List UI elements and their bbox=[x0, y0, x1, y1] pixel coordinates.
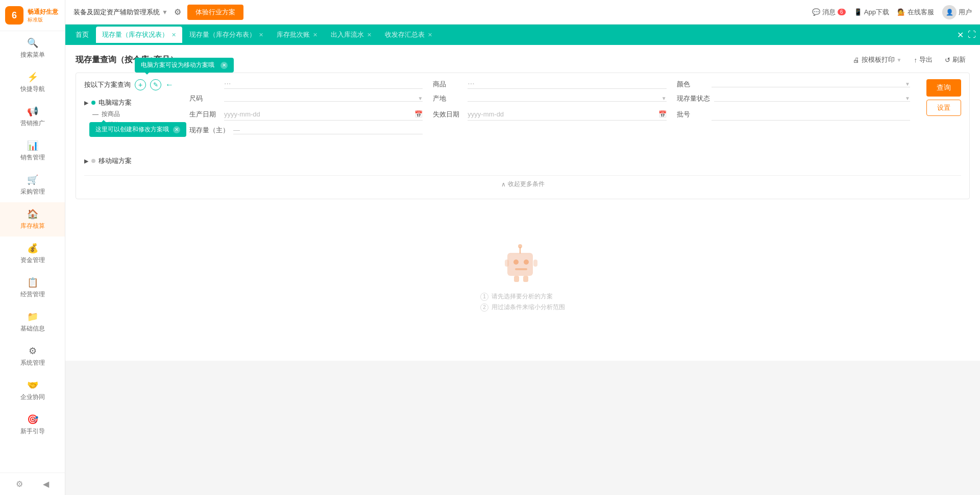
settings-bottom-icon[interactable]: ⚙ bbox=[16, 479, 23, 489]
tab-close-all-icon[interactable]: ✕ bbox=[957, 30, 964, 40]
sidebar-item-finance[interactable]: 💰 资金管理 bbox=[0, 237, 65, 271]
inv-status-wrapper[interactable]: ▼ bbox=[714, 96, 910, 102]
search-icon: 🔍 bbox=[27, 37, 38, 49]
sidebar-item-inventory[interactable]: 🏠 库存核算 bbox=[0, 202, 65, 237]
field-prod-date: 生产日期 📅 bbox=[189, 108, 423, 121]
close-tab-icon[interactable]: ✕ bbox=[428, 32, 432, 38]
filter-section: 按以下方案查询 + 电脑方案可设为移动方案哦 ✕ ✎ ← bbox=[76, 73, 970, 199]
tab-summary[interactable]: 收发存汇总表 ✕ bbox=[379, 27, 438, 43]
prod-date-input[interactable] bbox=[224, 108, 412, 120]
hint-text-2: 用过滤条件来缩小分析范围 bbox=[492, 303, 565, 312]
sidebar-item-system[interactable]: ⚙ 系统管理 bbox=[0, 339, 65, 373]
export-button[interactable]: ↑ 导出 bbox=[910, 53, 937, 66]
color-input-wrapper[interactable]: ▼ bbox=[712, 81, 910, 87]
edit-scheme-button[interactable]: ✎ bbox=[150, 79, 161, 90]
message-badge: 6 bbox=[838, 9, 846, 15]
pc-scheme-item[interactable]: ▶ 电脑端方案 bbox=[84, 97, 181, 109]
warehouse-input-wrapper[interactable]: ··· bbox=[224, 79, 423, 89]
filter-right: ··· 商品 ··· bbox=[189, 79, 910, 135]
close-tab-icon[interactable]: ✕ bbox=[172, 32, 176, 38]
prod-date-wrapper[interactable]: 📅 bbox=[224, 108, 423, 121]
main-area: 装备及固定资产辅助管理系统 ▼ ⚙ 体验行业方案 💬 消息 6 📱 App下载 … bbox=[65, 0, 980, 495]
field-goods: 商品 ··· bbox=[433, 79, 666, 89]
origin-label: 产地 bbox=[433, 94, 463, 103]
message-icon: 💬 bbox=[812, 8, 820, 16]
field-inv-status: 现存量状态 ▼ bbox=[677, 94, 910, 103]
sidebar-item-guide[interactable]: 🎯 新手引导 bbox=[0, 408, 65, 442]
user-button[interactable]: 👤 用户 bbox=[942, 5, 972, 19]
color-dropdown-icon: ▼ bbox=[905, 81, 910, 87]
svg-rect-6 bbox=[533, 260, 537, 267]
empty-hint-2: 2 用过滤条件来缩小分析范围 bbox=[480, 303, 565, 312]
reset-button[interactable]: 设置 bbox=[926, 100, 961, 116]
tooltip-close-icon[interactable]: ✕ bbox=[220, 62, 228, 69]
goods-input-wrapper[interactable]: ··· bbox=[468, 79, 666, 89]
scheme-tree: ▶ 电脑端方案 — 按商品 — bbox=[84, 97, 181, 167]
sidebar-item-label: 搜索菜单 bbox=[20, 51, 45, 59]
collapse-sidebar-icon[interactable]: ◀ bbox=[43, 479, 49, 489]
sidebar-item-collab[interactable]: 🤝 企业协同 bbox=[0, 373, 65, 408]
exp-date-input[interactable] bbox=[468, 108, 656, 120]
trial-button[interactable]: 体验行业方案 bbox=[187, 5, 243, 20]
purchase-icon: 🛒 bbox=[27, 174, 38, 185]
exp-date-calendar-icon[interactable]: 📅 bbox=[658, 110, 667, 118]
sidebar-item-basic[interactable]: 📁 基础信息 bbox=[0, 305, 65, 339]
tooltip2-close[interactable]: ✕ bbox=[173, 126, 180, 133]
print-button[interactable]: 🖨 按模板打印 ▼ bbox=[849, 53, 906, 66]
svg-rect-8 bbox=[523, 276, 528, 282]
tooltip2-text: 这里可以创建和修改方案哦 bbox=[95, 125, 169, 134]
sub-by-goods[interactable]: — 按商品 bbox=[92, 109, 181, 120]
tab-fullscreen-icon[interactable]: ⛶ bbox=[968, 30, 976, 39]
sidebar-bottom: ⚙ ◀ bbox=[0, 473, 65, 495]
search-button[interactable]: 查询 bbox=[926, 79, 961, 97]
sidebar-item-nav[interactable]: ⚡ 快捷导航 bbox=[0, 65, 65, 100]
tab-inventory-status[interactable]: 现存量（库存状况表） ✕ bbox=[96, 27, 182, 43]
svg-rect-4 bbox=[515, 268, 527, 270]
form-row3: 生产日期 📅 失效日期 � bbox=[189, 108, 910, 121]
svg-point-3 bbox=[524, 260, 529, 265]
add-scheme-button[interactable]: + bbox=[135, 79, 146, 90]
batch-wrapper[interactable] bbox=[712, 108, 910, 121]
collapse-row[interactable]: ∧ 收起更多条件 bbox=[84, 175, 961, 193]
sidebar-item-marketing[interactable]: 📢 营销推广 bbox=[0, 100, 65, 134]
refresh-label: 刷新 bbox=[952, 55, 966, 64]
close-tab-icon[interactable]: ✕ bbox=[367, 32, 372, 38]
refresh-button[interactable]: ↺ 刷新 bbox=[941, 53, 970, 66]
sales-icon: 📊 bbox=[27, 140, 38, 151]
online-service-button[interactable]: 💁 在线客服 bbox=[897, 8, 934, 17]
exp-date-wrapper[interactable]: 📅 bbox=[468, 108, 666, 121]
system-selector[interactable]: 装备及固定资产辅助管理系统 ▼ bbox=[74, 8, 168, 17]
sub-label: 按商品 bbox=[102, 110, 120, 119]
top-header: 装备及固定资产辅助管理系统 ▼ ⚙ 体验行业方案 💬 消息 6 📱 App下载 … bbox=[65, 0, 980, 25]
sidebar-item-operations[interactable]: 📋 经营管理 bbox=[0, 271, 65, 305]
tab-inventory-dist[interactable]: 现存量（库存分布表） ✕ bbox=[183, 27, 270, 43]
finance-icon: 💰 bbox=[27, 243, 38, 254]
logo-text-block: 畅通好生意 标准版 bbox=[28, 8, 58, 23]
close-tab-icon[interactable]: ✕ bbox=[313, 32, 317, 38]
sidebar-item-label: 资金管理 bbox=[20, 256, 45, 265]
sidebar-item-search[interactable]: 🔍 搜索菜单 bbox=[0, 31, 65, 65]
print-icon: 🖨 bbox=[853, 56, 860, 64]
batch-input[interactable] bbox=[712, 108, 910, 120]
tab-flow[interactable]: 出入库流水 ✕ bbox=[325, 27, 378, 43]
tab-batch[interactable]: 库存批次账 ✕ bbox=[271, 27, 324, 43]
sidebar-item-purchase[interactable]: 🛒 采购管理 bbox=[0, 168, 65, 202]
message-button[interactable]: 💬 消息 6 bbox=[812, 8, 846, 17]
mobile-scheme-item[interactable]: ▶ 移动端方案 bbox=[84, 155, 181, 167]
inv-qty-wrapper[interactable]: — bbox=[233, 126, 423, 134]
add-scheme-tooltip: 电脑方案可设为移动方案哦 ✕ bbox=[135, 58, 234, 73]
empty-state: 1 请先选择要分析的方案 2 用过滤条件来缩小分析范围 bbox=[76, 199, 970, 352]
goods-label: 商品 bbox=[433, 80, 463, 89]
prod-date-calendar-icon[interactable]: 📅 bbox=[414, 110, 423, 118]
close-tab-icon[interactable]: ✕ bbox=[259, 32, 263, 38]
hint-text-1: 请先选择要分析的方案 bbox=[492, 292, 553, 301]
color-label: 颜色 bbox=[677, 80, 707, 89]
app-download-button[interactable]: 📱 App下载 bbox=[854, 8, 889, 17]
tab-home[interactable]: 首页 bbox=[69, 27, 95, 43]
field-origin: 产地 ▼ bbox=[433, 94, 666, 103]
size-input-wrapper[interactable]: ▼ bbox=[224, 96, 423, 102]
origin-input-wrapper[interactable]: ▼ bbox=[468, 96, 666, 102]
settings-icon[interactable]: ⚙ bbox=[174, 7, 181, 17]
arrow-button[interactable]: ← bbox=[165, 80, 174, 89]
sidebar-item-sales[interactable]: 📊 销售管理 bbox=[0, 134, 65, 168]
